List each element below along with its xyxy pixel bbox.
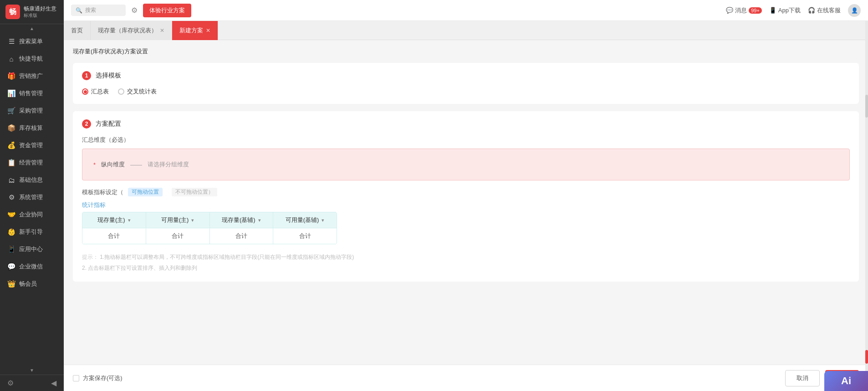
tab-inventory-close[interactable]: ✕: [160, 27, 164, 34]
user-avatar[interactable]: 👤: [848, 4, 861, 17]
stats-col-0[interactable]: 现存量(主) ▾: [82, 212, 146, 228]
purchase-icon: 🛒: [7, 107, 15, 115]
settings-icon[interactable]: ⚙: [7, 379, 14, 387]
sidebar-item-enterprise[interactable]: 🤝 企业协同: [0, 206, 64, 223]
dimension-hint: 请选择分组维度: [148, 160, 189, 169]
tab-new-plan[interactable]: 新建方案 ✕: [172, 21, 218, 40]
sidebar-footer: ⚙ ◀: [0, 375, 64, 391]
scrollbar-handle[interactable]: [865, 95, 868, 118]
radio-summary-circle: [82, 88, 88, 95]
radio-summary-label: 汇总表: [91, 87, 109, 96]
sidebar-item-inventory[interactable]: 📦 库存核算: [0, 119, 64, 137]
step2-num: 2: [82, 119, 91, 129]
stats-col-0-chevron: ▾: [128, 217, 131, 223]
save-checkbox[interactable]: [73, 375, 79, 381]
aggregate-dimension-label: 汇总维度（必选）: [82, 136, 850, 144]
sidebar-scroll-down[interactable]: ▼: [0, 366, 64, 375]
dimension-box[interactable]: * 纵向维度 —— 请选择分组维度: [82, 149, 850, 180]
sidebar-scroll-up[interactable]: ▲: [0, 24, 64, 33]
new-user-icon: 👶: [7, 228, 15, 236]
sidebar-item-basic-info[interactable]: 🗂 基础信息: [0, 171, 64, 189]
radio-cross[interactable]: 交叉统计表: [118, 87, 157, 96]
tip-1: 2. 点击标题栏下拉可设置排序、插入列和删除列: [82, 265, 197, 271]
sidebar-item-wechat[interactable]: 💬 企业微信: [0, 258, 64, 275]
topbar-search[interactable]: 🔍 搜索: [71, 5, 126, 16]
tab-new-plan-close[interactable]: ✕: [206, 27, 210, 34]
finance-icon: 💰: [7, 141, 15, 149]
search-text: 搜索: [85, 6, 96, 14]
online-service-btn[interactable]: 🎧 在线客服: [808, 6, 841, 15]
dimension-dash: ——: [130, 161, 142, 168]
stats-cell-0-0: 合计: [82, 228, 146, 244]
sidebar-item-app-center[interactable]: 📱 应用中心: [0, 241, 64, 258]
stats-col-2[interactable]: 现存量(基辅) ▾: [210, 212, 274, 228]
radio-cross-circle: [118, 88, 124, 95]
sidebar-item-quick-nav[interactable]: ⌂ 快捷导航: [0, 50, 64, 67]
tips-title: 提示：: [82, 254, 98, 260]
save-label: 方案保存(可选): [83, 374, 123, 382]
ai-badge[interactable]: Ai: [824, 371, 868, 391]
stats-col-1-chevron: ▾: [191, 217, 194, 223]
tab-new-plan-label: 新建方案: [179, 26, 203, 35]
collapse-icon[interactable]: ◀: [51, 379, 56, 387]
step1-num: 1: [82, 71, 91, 80]
tab-inventory-label: 现存量（库存状况表）: [98, 26, 157, 35]
sidebar-item-finance[interactable]: 💰 资金管理: [0, 137, 64, 154]
page-title: 现存量(库存状况表)方案设置: [73, 47, 859, 56]
sidebar-item-label: 应用中心: [19, 245, 43, 253]
radio-cross-label: 交叉统计表: [127, 87, 157, 96]
basic-info-icon: 🗂: [7, 176, 15, 184]
stats-col-3[interactable]: 可用量(基辅) ▾: [273, 212, 337, 228]
messages-label: 消息: [735, 6, 747, 15]
tab-inventory-status[interactable]: 现存量（库存状况表） ✕: [91, 21, 172, 40]
sidebar: 畅 畅康通好生意 标准版 ▲ ☰ 搜索菜单 ⌂ 快捷导航 🎁 营销推广 📊 销售…: [0, 0, 64, 391]
trial-btn[interactable]: 体验行业方案: [143, 4, 191, 17]
stats-cell-0-2: 合计: [210, 228, 274, 244]
topbar-settings-icon[interactable]: ⚙: [131, 6, 138, 15]
sidebar-item-operations[interactable]: 📋 经营管理: [0, 154, 64, 171]
app-download-btn[interactable]: 📱 App下载: [769, 6, 801, 15]
inventory-icon: 📦: [7, 124, 15, 132]
draggable-badge: 可拖动位置: [128, 188, 163, 196]
required-star: *: [93, 161, 96, 168]
step1-header: 1 选择模板: [82, 71, 850, 80]
dimension-placeholder: * 纵向维度 —— 请选择分组维度: [93, 160, 189, 169]
messages-btn[interactable]: 💬 消息 99+: [726, 6, 762, 15]
stats-section: 统计指标 现存量(主) ▾ 可用量(主) ▾: [82, 201, 850, 244]
sidebar-item-new-user[interactable]: 👶 新手引导: [0, 223, 64, 241]
app-logo-icon: 畅: [5, 5, 20, 19]
topbar-left: 🔍 搜索 ⚙ 体验行业方案: [71, 4, 191, 17]
download-icon: 📱: [769, 7, 776, 14]
sales-icon: 📊: [7, 89, 15, 98]
tab-home-label: 首页: [71, 26, 83, 35]
wechat-icon: 💬: [7, 262, 15, 271]
indicator-settings-label: 模板指标设定（: [82, 188, 123, 196]
stats-cell-0-1: 合计: [146, 228, 210, 244]
sidebar-item-marketing[interactable]: 🎁 营销推广: [0, 67, 64, 85]
radio-summary[interactable]: 汇总表: [82, 87, 109, 96]
sidebar-item-system[interactable]: ⚙ 系统管理: [0, 189, 64, 206]
sidebar-item-purchase[interactable]: 🛒 采购管理: [0, 102, 64, 119]
sidebar-item-membership[interactable]: 👑 畅会员: [0, 275, 64, 293]
stats-col-2-chevron: ▾: [258, 217, 261, 223]
cancel-button[interactable]: 取消: [785, 370, 820, 386]
stats-col-1[interactable]: 可用量(主) ▾: [146, 212, 210, 228]
sidebar-item-label: 企业协同: [19, 211, 43, 219]
search-icon: 🔍: [76, 7, 82, 14]
template-radio-group: 汇总表 交叉统计表: [82, 87, 850, 96]
tab-home[interactable]: 首页: [64, 21, 91, 40]
step2-header: 2 方案配置: [82, 119, 850, 129]
app-name: 畅康通好生意: [24, 5, 56, 13]
stats-cell-0-3: 合计: [273, 228, 337, 244]
step1-title: 选择模板: [96, 72, 121, 80]
marketing-icon: 🎁: [7, 72, 15, 80]
enterprise-icon: 🤝: [7, 211, 15, 219]
sidebar-item-label: 营销推广: [19, 72, 43, 80]
sidebar-item-sales[interactable]: 📊 销售管理: [0, 85, 64, 102]
scrollbar-accent-handle[interactable]: [865, 350, 868, 364]
app-name-block: 畅康通好生意 标准版: [24, 5, 56, 19]
sidebar-item-search-menu[interactable]: ☰ 搜索菜单: [0, 33, 64, 50]
app-version: 标准版: [24, 12, 56, 19]
stats-col-1-label: 可用量(主): [161, 216, 189, 224]
topbar-right: 💬 消息 99+ 📱 App下载 🎧 在线客服 👤: [726, 4, 861, 17]
